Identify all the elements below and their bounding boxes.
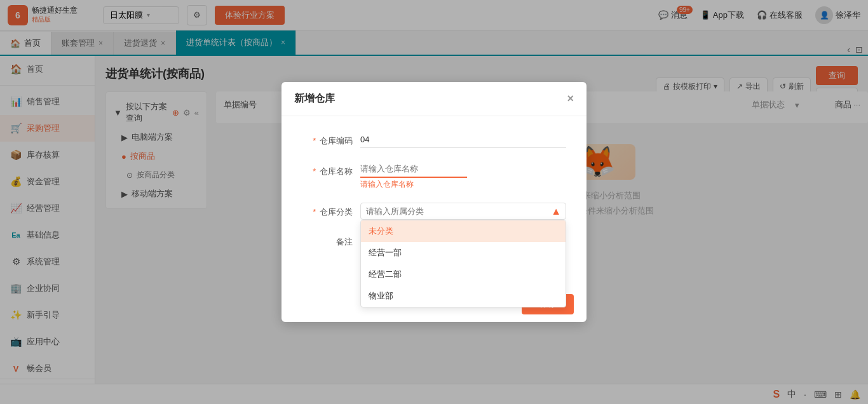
modal-title: 新增仓库 xyxy=(294,92,335,105)
modal-close-button[interactable]: × xyxy=(567,92,574,105)
modal-header: 新增仓库 × xyxy=(281,82,587,116)
warehouse-name-label: * 仓库名称 xyxy=(302,162,353,177)
dropdown-item-dept3[interactable]: 物业部 xyxy=(361,285,566,307)
dropdown-item-none[interactable]: 未分类 xyxy=(361,220,566,242)
form-row-warehouse-code: * 仓库编码 xyxy=(302,131,566,148)
dropdown-item-dept2[interactable]: 经营二部 xyxy=(361,264,566,285)
dropdown-item-dept1[interactable]: 经营一部 xyxy=(361,242,566,264)
warehouse-name-error: 请输入仓库名称 xyxy=(360,179,414,190)
warehouse-category-select-wrap: ▲ 未分类 经营一部 经营二部 物业部 xyxy=(360,203,566,220)
modal-body: * 仓库编码 * 仓库名称 请输入仓库名称 xyxy=(281,116,587,286)
modal-overlay[interactable]: 新增仓库 × * 仓库编码 * 仓库名称 xyxy=(0,0,868,404)
form-row-warehouse-category: * 仓库分类 ▲ 未分类 经营一部 经营二部 物业部 xyxy=(302,203,566,220)
form-row-warehouse-name: * 仓库名称 请输入仓库名称 xyxy=(302,161,566,190)
warehouse-category-input[interactable] xyxy=(360,203,566,220)
remarks-label: 备注 xyxy=(302,232,353,248)
warehouse-code-input[interactable] xyxy=(360,131,566,148)
warehouse-code-label: * 仓库编码 xyxy=(302,131,353,147)
warehouse-name-input[interactable] xyxy=(360,161,467,178)
category-dropdown: 未分类 经营一部 经营二部 物业部 xyxy=(360,220,566,307)
warehouse-category-label: * 仓库分类 xyxy=(302,203,353,218)
modal-add-warehouse: 新增仓库 × * 仓库编码 * 仓库名称 xyxy=(281,82,587,322)
